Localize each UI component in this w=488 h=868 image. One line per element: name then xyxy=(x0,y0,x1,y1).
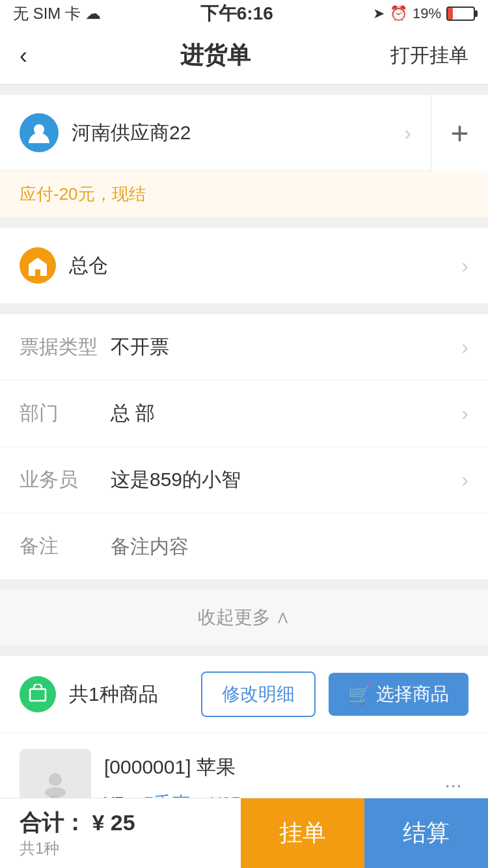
select-product-button[interactable]: 🛒 选择商品 xyxy=(329,673,468,716)
location-icon: ➤ xyxy=(373,5,385,22)
collapse-bar[interactable]: 收起更多 ∧ xyxy=(0,590,488,645)
alarm-icon: ⏰ xyxy=(390,5,407,22)
products-header: 共1种商品 修改明细 🛒 选择商品 xyxy=(0,656,488,733)
ticket-type-label: 票据类型 xyxy=(20,334,111,360)
supplier-chevron: › xyxy=(404,121,411,145)
notice-bar: 应付-20元，现结 xyxy=(0,171,488,217)
total-amount: 合计： ¥ 25 xyxy=(20,808,221,838)
salesperson-row[interactable]: 业务员 这是859的小智 › xyxy=(0,447,488,513)
salesperson-value: 这是859的小智 xyxy=(111,467,455,493)
warehouse-chevron: › xyxy=(461,254,468,278)
person-icon xyxy=(27,121,51,144)
warehouse-name: 总仓 xyxy=(69,252,455,279)
battery-text: 19% xyxy=(413,5,441,22)
sim-status: 无 SIM 卡 ☁ xyxy=(13,3,101,24)
back-button[interactable]: ‹ xyxy=(20,42,40,70)
battery-icon xyxy=(446,7,475,21)
status-right: ➤ ⏰ 19% xyxy=(373,5,475,22)
ticket-type-value: 不开票 xyxy=(111,334,455,360)
supplier-add-button[interactable]: + xyxy=(431,95,488,171)
department-label: 部门 xyxy=(20,400,111,427)
svg-rect-1 xyxy=(30,689,46,701)
total-section: 合计： ¥ 25 共1种 xyxy=(0,808,241,859)
department-chevron: › xyxy=(461,401,468,426)
warehouse-icon xyxy=(20,247,56,284)
ticket-type-row[interactable]: 票据类型 不开票 › xyxy=(0,314,488,381)
total-label: 合计： xyxy=(20,810,86,835)
page-title: 进货单 xyxy=(40,40,390,72)
select-product-icon: 🛒 xyxy=(348,684,371,705)
total-count: 共1种 xyxy=(20,838,221,859)
house-icon xyxy=(27,255,48,276)
remarks-input[interactable] xyxy=(111,536,468,558)
checkout-button[interactable]: 结算 xyxy=(364,798,488,869)
status-left: 无 SIM 卡 ☁ xyxy=(13,3,101,24)
cart-icon xyxy=(27,684,48,705)
status-bar: 无 SIM 卡 ☁ 下午6:16 ➤ ⏰ 19% xyxy=(0,0,488,27)
supplier-row[interactable]: 河南供应商22 › xyxy=(0,95,431,171)
bottom-bar: 合计： ¥ 25 共1种 挂单 结算 xyxy=(0,798,488,868)
total-value: ¥ 25 xyxy=(92,810,135,835)
warehouse-row[interactable]: 总仓 › xyxy=(0,228,488,304)
status-time: 下午6:16 xyxy=(200,1,273,26)
salesperson-chevron: › xyxy=(461,468,468,492)
select-product-label: 选择商品 xyxy=(376,682,449,707)
collapse-label: 收起更多 ∧ xyxy=(198,607,291,627)
warehouse-section: 总仓 › xyxy=(0,228,488,304)
svg-point-2 xyxy=(49,773,62,786)
products-count: 共1种商品 xyxy=(69,681,188,708)
remarks-row[interactable]: 备注 xyxy=(0,513,488,579)
products-icon xyxy=(20,676,56,712)
notice-text: 应付-20元，现结 xyxy=(20,184,146,204)
ticket-type-chevron: › xyxy=(461,335,468,359)
remarks-label: 备注 xyxy=(20,533,111,560)
nav-bar: ‹ 进货单 打开挂单 xyxy=(0,27,488,85)
edit-detail-button[interactable]: 修改明细 xyxy=(201,671,316,717)
supplier-section: 河南供应商22 › + xyxy=(0,95,488,171)
product-name: [0000001] 苹果 xyxy=(104,754,425,781)
open-hold-button[interactable]: 打开挂单 xyxy=(390,42,468,69)
supplier-name: 河南供应商22 xyxy=(72,120,398,146)
hold-button[interactable]: 挂单 xyxy=(241,798,364,869)
supplier-avatar xyxy=(20,113,59,152)
department-value: 总 部 xyxy=(111,400,455,427)
department-row[interactable]: 部门 总 部 › xyxy=(0,381,488,447)
form-section: 票据类型 不开票 › 部门 总 部 › 业务员 这是859的小智 › 备注 xyxy=(0,314,488,579)
salesperson-label: 业务员 xyxy=(20,467,111,493)
